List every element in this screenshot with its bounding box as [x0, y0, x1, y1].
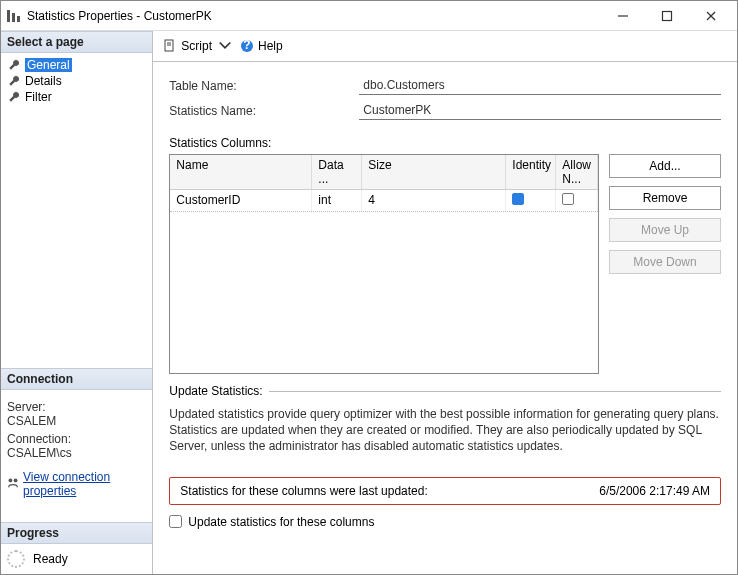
window-title: Statistics Properties - CustomerPK	[27, 9, 601, 23]
last-updated-value: 6/5/2006 2:17:49 AM	[599, 484, 710, 498]
divider	[269, 391, 721, 392]
connection-section: Server: CSALEM Connection: CSALEM\cs Vie…	[1, 390, 152, 504]
minimize-button[interactable]	[601, 2, 645, 30]
table-name-field[interactable]: dbo.Customers	[359, 76, 721, 95]
update-statistics-label: Update Statistics:	[169, 384, 262, 398]
checkbox-checked-icon	[512, 193, 524, 205]
server-value: CSALEM	[7, 414, 146, 428]
svg-point-7	[9, 479, 13, 483]
connection-value: CSALEM\cs	[7, 446, 146, 460]
header-identity[interactable]: Identity	[506, 155, 556, 189]
close-button[interactable]	[689, 2, 733, 30]
add-button[interactable]: Add...	[609, 154, 721, 178]
header-size[interactable]: Size	[362, 155, 506, 189]
left-panel: Select a page General Details Filter Con…	[1, 31, 153, 574]
script-button[interactable]: Script	[163, 39, 232, 53]
table-name-label: Table Name:	[169, 79, 359, 93]
update-statistics-checkbox-label: Update statistics for these columns	[188, 515, 374, 529]
grid-header: Name Data ... Size Identity Allow N...	[170, 155, 598, 190]
wrench-icon	[7, 90, 21, 104]
svg-point-8	[14, 479, 18, 483]
svg-rect-4	[663, 11, 672, 20]
update-description: Updated statistics provide query optimiz…	[169, 406, 721, 455]
view-connection-properties-link[interactable]: View connection properties	[23, 470, 146, 498]
help-label: Help	[258, 39, 283, 53]
pages-list: General Details Filter	[1, 53, 152, 109]
wrench-icon	[7, 58, 21, 72]
checkbox-unchecked-icon	[562, 193, 574, 205]
script-label: Script	[181, 39, 212, 53]
page-item-details[interactable]: Details	[3, 73, 150, 89]
titlebar: Statistics Properties - CustomerPK	[1, 1, 737, 31]
progress-status: Ready	[33, 552, 68, 566]
cell-identity	[506, 190, 556, 211]
page-label: Details	[25, 74, 62, 88]
page-label: General	[25, 58, 72, 72]
cell-name: CustomerID	[170, 190, 312, 211]
update-statistics-checkbox[interactable]	[169, 515, 182, 528]
statistics-name-label: Statistics Name:	[169, 104, 359, 118]
progress-spinner-icon	[7, 550, 25, 568]
help-icon: ?	[240, 39, 254, 53]
cell-allow-null	[556, 190, 598, 211]
help-button[interactable]: ? Help	[240, 39, 283, 53]
svg-rect-0	[7, 10, 10, 22]
app-icon	[5, 8, 21, 24]
header-allow-null[interactable]: Allow N...	[556, 155, 598, 189]
wrench-icon	[7, 74, 21, 88]
svg-rect-1	[12, 13, 15, 22]
move-up-button[interactable]: Move Up	[609, 218, 721, 242]
connection-label: Connection:	[7, 432, 146, 446]
server-label: Server:	[7, 400, 146, 414]
connection-header: Connection	[1, 368, 152, 390]
svg-rect-2	[17, 16, 20, 22]
toolbar: Script ? Help	[153, 31, 737, 62]
last-updated-box: Statistics for these columns were last u…	[169, 477, 721, 505]
page-item-general[interactable]: General	[3, 57, 150, 73]
statistics-columns-label: Statistics Columns:	[169, 136, 721, 150]
chevron-down-icon	[218, 39, 232, 53]
cell-size: 4	[362, 190, 506, 211]
page-label: Filter	[25, 90, 52, 104]
page-item-filter[interactable]: Filter	[3, 89, 150, 105]
svg-text:?: ?	[243, 39, 250, 52]
progress-section: Ready	[1, 544, 152, 574]
remove-button[interactable]: Remove	[609, 186, 721, 210]
right-panel: Script ? Help Table Name: dbo.Customers …	[153, 31, 737, 574]
move-down-button[interactable]: Move Down	[609, 250, 721, 274]
statistics-name-field[interactable]: CustomerPK	[359, 101, 721, 120]
header-data[interactable]: Data ...	[312, 155, 362, 189]
progress-header: Progress	[1, 522, 152, 544]
header-name[interactable]: Name	[170, 155, 312, 189]
connection-properties-icon	[7, 477, 19, 491]
script-icon	[163, 39, 177, 53]
last-updated-label: Statistics for these columns were last u…	[180, 484, 427, 498]
table-row[interactable]: CustomerID int 4	[170, 190, 598, 212]
maximize-button[interactable]	[645, 2, 689, 30]
cell-data: int	[312, 190, 362, 211]
pages-header: Select a page	[1, 31, 152, 53]
columns-grid[interactable]: Name Data ... Size Identity Allow N... C…	[169, 154, 599, 374]
